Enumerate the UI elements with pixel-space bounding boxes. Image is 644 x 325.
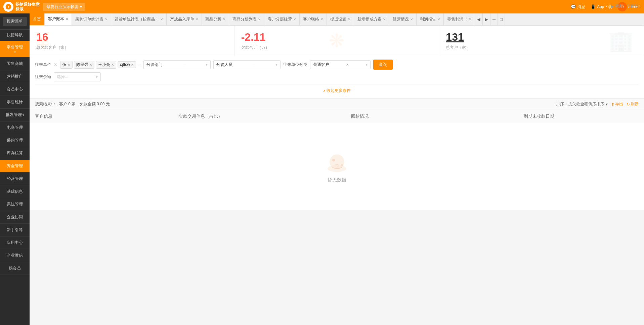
sort-select[interactable]: 排序：按欠款金额倒序排序 ▾ [556, 101, 608, 107]
unit-type-filter-select[interactable]: 普通客户 ✕ ▾ [310, 60, 371, 69]
collapse-row: ∧ 收起更多条件 [35, 84, 639, 95]
person-filter-select[interactable]: 分管人员 ··· ▾ [213, 60, 281, 69]
filter-row-2: 往来余额 选择... ▾ [35, 72, 639, 81]
close-tab-profit-report[interactable]: ✕ [437, 17, 440, 21]
message-icon: 💬 [571, 4, 576, 9]
top-bar-center: 母婴行业演示帐套 ▾ [40, 3, 571, 11]
export-button[interactable]: ⬆ 导出 [611, 101, 623, 107]
logo-text: 畅捷通好生意 标版 [15, 2, 40, 12]
close-tab-promotion-settings[interactable]: ✕ [348, 17, 350, 21]
messages-button[interactable]: 💬 消息 [571, 4, 585, 10]
sidebar-item-sys-mgmt[interactable]: 系统管理 [0, 198, 30, 211]
svg-text:¥: ¥ [8, 5, 9, 8]
app-download-button[interactable]: 📱 App下载 [591, 4, 612, 10]
sidebar-item-retail-mgmt[interactable]: 零售管理 ▾ [0, 41, 30, 58]
summary-card-debt: ❋ -2.11 欠款合计（万） [234, 26, 439, 56]
tab-new-promotion-plan[interactable]: 新增提成方案 ✕ [354, 13, 389, 26]
tab-retail-profit[interactable]: 零售利润（ ✕ [444, 13, 475, 26]
sidebar-item-finance-mgmt[interactable]: 资金管理 [0, 160, 30, 173]
query-button[interactable]: 查询 [373, 60, 393, 70]
refresh-icon: ↻ [627, 102, 630, 107]
tab-product-inbound[interactable]: 产成品入库单 ✕ [167, 13, 202, 26]
page-content: ¥ 16 总欠款客户（家） ❋ -2.11 欠款合计（万） 🏢 131 总 [30, 26, 644, 325]
close-tab-goods-analysis[interactable]: ✕ [223, 17, 225, 21]
close-tab-customer-contact[interactable]: ✕ [320, 17, 323, 21]
close-tab-customer-segment[interactable]: ✕ [293, 17, 296, 21]
tab-home[interactable]: 首页 [30, 13, 45, 26]
empty-icon [324, 150, 350, 177]
search-menu-button[interactable]: 搜索菜单 [3, 17, 27, 26]
sidebar-item-purchase-mgmt[interactable]: 采购管理 [0, 134, 30, 147]
close-tab-new-promotion[interactable]: ✕ [383, 17, 386, 21]
sidebar-item-vip-member[interactable]: 畅会员 [0, 262, 30, 275]
chevron-down-unit-type: ▾ [366, 62, 368, 67]
svg-point-3 [330, 154, 344, 169]
sidebar-item-enterprise-wechat[interactable]: 企业微信 [0, 249, 30, 262]
results-actions: 排序：按欠款金额倒序排序 ▾ ⬆ 导出 ↻ 刷新 [556, 101, 639, 107]
tab-maximize[interactable]: □ [498, 13, 505, 26]
remove-tag-chen[interactable]: ✕ [89, 63, 92, 67]
tab-customer-ledger[interactable]: 客户账本 ✕ [45, 13, 72, 26]
collapse-button[interactable]: ∧ 收起更多条件 [35, 86, 639, 95]
tab-customer-contact[interactable]: 客户联络 ✕ [300, 13, 327, 26]
tab-goods-analysis[interactable]: 商品分析 ✕ [202, 13, 229, 26]
tab-bar: 首页 客户账本 ✕ 采购订单统计表 ✕ 进货单统计表（按商品） ✕ 产成品入库单… [30, 13, 644, 26]
close-tab-business-status[interactable]: ✕ [410, 17, 413, 21]
summary-value-debt: -2.11 [241, 31, 266, 43]
tab-promotion-settings[interactable]: 提成设置 ✕ [327, 13, 354, 26]
close-tab-goods-analysis-list[interactable]: ✕ [258, 17, 261, 21]
tab-scroll-right[interactable]: ▶ [483, 13, 490, 26]
sidebar-item-basic-info[interactable]: 基础信息 [0, 185, 30, 198]
sidebar-item-retail-stats[interactable]: 零售统计 [0, 96, 30, 109]
close-tab-product-inbound[interactable]: ✕ [196, 17, 198, 21]
sidebar-item-wholesale-mgmt[interactable]: 批发管理 ▾ [0, 109, 30, 121]
more-tags-btn[interactable]: ··· [137, 62, 141, 67]
sidebar-item-inventory[interactable]: 库存核算 [0, 147, 30, 160]
summary-row: ¥ 16 总欠款客户（家） ❋ -2.11 欠款合计（万） 🏢 131 总 [30, 26, 644, 56]
filter-tag-chen: 陈民强 ✕ [74, 61, 94, 69]
close-tab-customer-ledger[interactable]: ✕ [66, 17, 68, 21]
quick-nav-button[interactable]: 快捷导航 [0, 30, 30, 41]
remove-tag-cjttcw[interactable]: ✕ [131, 63, 134, 67]
balance-filter-select[interactable]: 选择... ▾ [54, 72, 101, 81]
close-tab-purchase-order[interactable]: ✕ [105, 17, 108, 21]
sidebar-item-label: 零售管理 [3, 44, 27, 50]
logo-area: ¥ 畅捷通好生意 标版 [3, 2, 40, 12]
empty-state: 暂无数据 [30, 123, 644, 210]
card2-bg-icon: ❋ [329, 30, 344, 51]
download-icon: 📱 [591, 4, 596, 9]
tab-goods-inbound-stats[interactable]: 进货单统计表（按商品） ✕ [111, 13, 167, 26]
remove-tag-wang[interactable]: ✕ [111, 63, 114, 67]
sidebar-item-retail-mall[interactable]: 零售商城 [0, 58, 30, 70]
dept-filter-select[interactable]: 分管部门 ··· ▾ [143, 60, 211, 69]
tab-scroll-left[interactable]: ◀ [475, 13, 483, 26]
store-selector[interactable]: 母婴行业演示帐套 ▾ [43, 3, 85, 11]
remove-tag-wu[interactable]: ✕ [68, 63, 70, 67]
tab-purchase-order-stats[interactable]: 采购订单统计表 ✕ [72, 13, 111, 26]
filter-tags-unit: 伍 ✕ 陈民强 ✕ 王小亮 ✕ [60, 61, 141, 69]
tab-business-status[interactable]: 经营情况 ✕ [389, 13, 417, 26]
summary-label-total-customers: 总客户（家） [446, 45, 470, 50]
tab-customer-segment[interactable]: 客户分层经营 ✕ [264, 13, 300, 26]
chevron-down-icon: ▾ [80, 4, 82, 9]
tab-profit-report[interactable]: 利润报告 ✕ [417, 13, 444, 26]
sidebar-item-enterprise-collab[interactable]: 企业协同 [0, 211, 30, 224]
remove-unit-type[interactable]: ✕ [346, 63, 349, 67]
tab-goods-analysis-list[interactable]: 商品分析列表 ✕ [229, 13, 264, 26]
app-container: ¥ 畅捷通好生意 标版 母婴行业演示帐套 ▾ 💬 消息 📱 App下载 [0, 0, 644, 325]
sidebar-item-app-center[interactable]: 应用中心 [0, 237, 30, 249]
sidebar-item-new-user-guide[interactable]: 新手引导 [0, 224, 30, 237]
sidebar-item-ops-mgmt[interactable]: 经营管理 [0, 173, 30, 185]
close-tab-goods-inbound[interactable]: ✕ [160, 17, 163, 21]
unit-filter-label: 往来单位 [35, 62, 51, 68]
collapse-icon: ∧ [323, 88, 326, 93]
sidebar-item-ecommerce[interactable]: 电商管理 [0, 121, 30, 134]
logo-icon: ¥ [3, 2, 13, 12]
person-select-more: ··· [252, 62, 256, 67]
sidebar-item-member-center[interactable]: 会员中心 [0, 83, 30, 96]
col-header-repayment: 回款情况 [351, 113, 523, 119]
sidebar-item-marketing[interactable]: 营销推广 [0, 70, 30, 83]
refresh-button[interactable]: ↻ 刷新 [627, 101, 639, 107]
tab-minimize[interactable]: ─ [490, 13, 498, 26]
close-tab-retail-profit[interactable]: ✕ [469, 17, 471, 21]
